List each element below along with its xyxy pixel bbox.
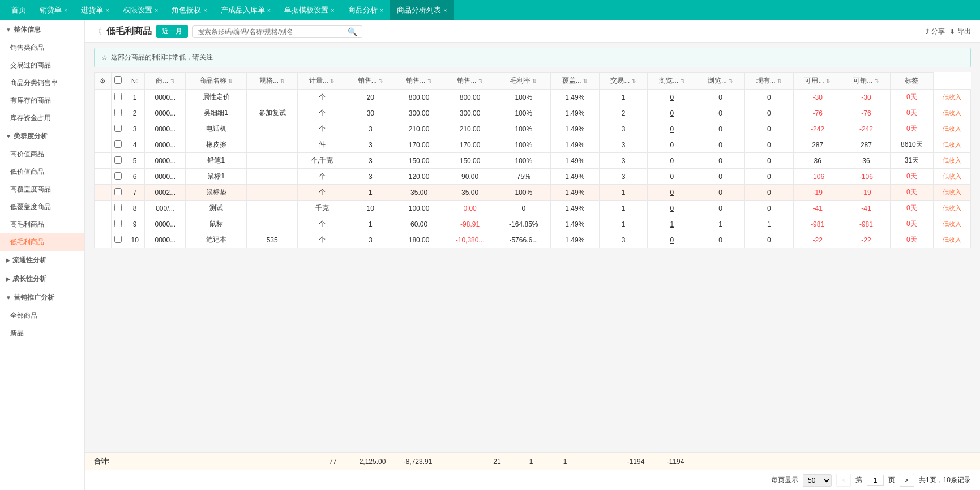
th-code[interactable]: 商... ⇅ [145, 73, 186, 90]
cell-trade[interactable]: 0 [648, 169, 696, 185]
cell-trade[interactable]: 0 [648, 185, 696, 201]
th-checkbox[interactable] [112, 73, 125, 90]
nav-close-role[interactable]: × [203, 7, 207, 14]
sidebar-item-category-rate[interactable]: 商品分类销售率 [0, 74, 84, 92]
sidebar-group-cluster[interactable]: ▼ 类群度分析 [0, 127, 84, 146]
cell-checkbox[interactable] [112, 121, 125, 137]
cell-checkbox[interactable] [112, 137, 125, 153]
th-coverage[interactable]: 覆盖... ⇅ [550, 73, 599, 90]
cell-trade[interactable]: 0 [648, 201, 696, 216]
cell-trade[interactable]: 1 [648, 216, 696, 232]
row-checkbox[interactable] [114, 140, 122, 148]
nav-permission[interactable]: 权限设置 × [116, 0, 165, 20]
nav-close-sales[interactable]: × [64, 7, 67, 14]
sidebar-group-marketing[interactable]: ▼ 营销推广分析 [0, 288, 84, 307]
per-page-select[interactable]: 50 100 200 [803, 474, 832, 487]
cell-trade[interactable]: 0 [648, 121, 696, 137]
sidebar-collapse-button[interactable]: 《 [94, 27, 102, 37]
sidebar-item-all-products[interactable]: 全部商品 [0, 307, 84, 325]
cell-checkbox[interactable] [112, 169, 125, 185]
cell-checkbox[interactable] [112, 216, 125, 232]
nav-close-purchase[interactable]: × [105, 7, 109, 14]
cell-qty: 3 [346, 232, 395, 248]
nav-close-permission[interactable]: × [155, 7, 158, 14]
sidebar-item-low-value[interactable]: 低价值商品 [0, 163, 84, 181]
nav-product-analysis[interactable]: 商品分析 × [341, 0, 390, 20]
sidebar-item-high-value[interactable]: 高价值商品 [0, 146, 84, 163]
nav-close-stock[interactable]: × [267, 7, 271, 14]
period-button[interactable]: 近一月 [156, 25, 188, 38]
cell-trade[interactable]: 0 [648, 105, 696, 121]
cell-checkbox[interactable] [112, 153, 125, 169]
row-checkbox[interactable] [114, 109, 122, 116]
nav-template[interactable]: 单据模板设置 × [277, 0, 341, 20]
row-checkbox[interactable] [114, 172, 122, 180]
select-all-checkbox[interactable] [114, 76, 122, 84]
th-qty[interactable]: 销售... ⇅ [346, 73, 395, 90]
cell-sale-amount: -10,380... [443, 232, 497, 248]
sidebar-group-growth[interactable]: ▶ 成长性分析 [0, 270, 84, 288]
sidebar-item-low-coverage[interactable]: 低覆盖度商品 [0, 198, 84, 216]
cell-checkbox[interactable] [112, 90, 125, 105]
row-checkbox[interactable] [114, 156, 122, 164]
th-gross[interactable]: 毛利率 ⇅ [497, 73, 550, 90]
cell-trade[interactable]: 0 [648, 232, 696, 248]
nav-close-template[interactable]: × [331, 7, 334, 14]
search-input[interactable] [198, 28, 348, 36]
nav-close-analysis[interactable]: × [380, 7, 383, 14]
sidebar-item-in-stock[interactable]: 有库存的商品 [0, 92, 84, 109]
cell-checkbox[interactable] [112, 105, 125, 121]
share-button[interactable]: ⤴ 分享 [926, 27, 945, 36]
next-page-button[interactable]: ＞ [900, 474, 914, 487]
th-stock-now[interactable]: 现有... ⇅ [745, 73, 794, 90]
th-settings[interactable]: ⚙ [95, 73, 112, 90]
sidebar-item-high-margin[interactable]: 高毛利商品 [0, 216, 84, 233]
nav-purchase[interactable]: 进货单 × [74, 0, 115, 20]
cell-checkbox[interactable] [112, 185, 125, 201]
cell-trade[interactable]: 0 [648, 137, 696, 153]
row-checkbox[interactable] [114, 236, 122, 243]
cell-settings [95, 153, 112, 169]
th-spec[interactable]: 规格... ⇅ [247, 73, 298, 90]
cell-trade[interactable]: 0 [648, 153, 696, 169]
nav-stock-in[interactable]: 产成品入库单 × [214, 0, 277, 20]
th-sale-amount[interactable]: 销售... ⇅ [443, 73, 497, 90]
th-stock-avail[interactable]: 可用... ⇅ [793, 73, 842, 90]
nav-sales[interactable]: 销货单 × [33, 0, 74, 20]
table-row: 8 000/... 测试 千克 10 100.00 0.00 0 1.49% 1… [95, 201, 971, 216]
nav-product-analysis-list[interactable]: 商品分析列表 × [390, 0, 453, 20]
export-button[interactable]: ⬇ 导出 [949, 27, 971, 36]
page-input[interactable] [867, 475, 884, 486]
th-stock-sale[interactable]: 可销... ⇅ [842, 73, 891, 90]
sidebar-item-low-margin[interactable]: 低毛利商品 [0, 233, 84, 251]
prev-page-button[interactable]: ＜ [836, 474, 851, 487]
th-browse1[interactable]: 浏览... ⇅ [648, 73, 696, 90]
th-unit[interactable]: 计量... ⇅ [298, 73, 346, 90]
search-icon[interactable]: 🔍 [348, 27, 357, 36]
cell-gross-rate: 1.49% [550, 169, 599, 185]
cell-settings [95, 185, 112, 201]
th-trade[interactable]: 交易... ⇅ [599, 73, 648, 90]
th-sale-price[interactable]: 销售... ⇅ [395, 73, 443, 90]
sidebar-item-capital[interactable]: 库存资金占用 [0, 109, 84, 127]
sidebar-item-traded[interactable]: 交易过的商品 [0, 57, 84, 74]
nav-close-analysis-list[interactable]: × [443, 7, 447, 14]
row-checkbox[interactable] [114, 204, 122, 211]
row-checkbox[interactable] [114, 125, 122, 132]
sidebar-group-overall[interactable]: ▼ 整体信息 [0, 20, 84, 39]
row-checkbox[interactable] [114, 93, 122, 100]
th-browse2[interactable]: 浏览... ⇅ [696, 73, 745, 90]
cell-trade[interactable]: 0 [648, 90, 696, 105]
sidebar-group-liquidity[interactable]: ▶ 流通性分析 [0, 251, 84, 270]
cell-checkbox[interactable] [112, 201, 125, 216]
nav-role[interactable]: 角色授权 × [165, 0, 213, 20]
row-checkbox[interactable] [114, 220, 122, 227]
sidebar-item-new-products[interactable]: 新品 [0, 325, 84, 342]
nav-home[interactable]: 首页 [5, 0, 33, 20]
row-checkbox[interactable] [114, 188, 122, 195]
th-name[interactable]: 商品名称 ⇅ [186, 73, 247, 90]
sidebar-item-sales-products[interactable]: 销售类商品 [0, 39, 84, 57]
cell-checkbox[interactable] [112, 232, 125, 248]
sidebar-item-high-coverage[interactable]: 高覆盖度商品 [0, 181, 84, 198]
cell-num: 9 [125, 216, 145, 232]
